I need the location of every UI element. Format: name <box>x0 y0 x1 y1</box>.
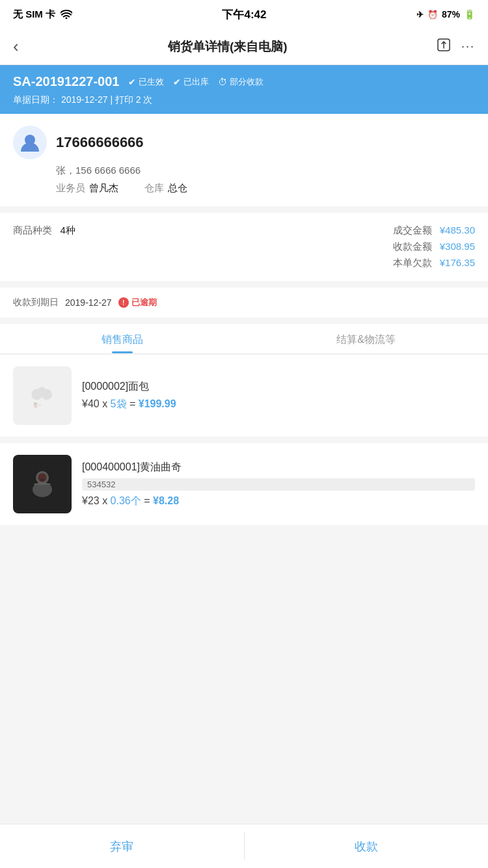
product-price-1: ¥40 <box>82 398 100 409</box>
order-id: SA-20191227-001 <box>13 74 119 89</box>
check-icon-1: ✔ <box>128 77 136 87</box>
status-bar: 无 SIM 卡 下午4:42 ✈ ⏰ 87% 🔋 <box>0 0 488 29</box>
svg-text:🦉+: 🦉+ <box>33 402 42 408</box>
status-time: 下午4:42 <box>222 7 266 22</box>
alarm-icon: ⏰ <box>427 10 438 20</box>
nav-bar: ‹ 销货单详情(来自电脑) ··· <box>0 29 488 65</box>
customer-meta: 业务员 曾凡杰 仓库 总仓 <box>56 182 475 195</box>
warehouse: 仓库 总仓 <box>144 182 187 195</box>
print-info: | 打印 2 次 <box>110 94 152 105</box>
product-total-2: ¥8.28 <box>153 495 179 506</box>
status-shipped-label: 已出库 <box>183 76 209 88</box>
tab-settlement[interactable]: 结算&物流等 <box>244 324 488 353</box>
product-name-2: [000400001]黄油曲奇 <box>82 461 475 474</box>
customer-row: 17666666666 <box>13 126 475 159</box>
transaction-amount-value: ¥485.30 <box>440 224 475 237</box>
status-partial-label: 部分收款 <box>230 76 264 88</box>
wifi-icon <box>61 10 72 19</box>
status-left: 无 SIM 卡 <box>13 8 72 21</box>
location-icon: ✈ <box>416 10 424 20</box>
tabs-section: 销售商品 结算&物流等 <box>0 324 488 355</box>
balance-row: 本单欠款 ¥176.35 <box>393 257 475 269</box>
reject-button[interactable]: 弃审 <box>0 824 244 868</box>
summary-section: 商品种类 4种 成交金额 ¥485.30 收款金额 ¥308.95 本单欠款 ¥… <box>0 213 488 281</box>
status-shipped: ✔ 已出库 <box>173 76 209 88</box>
warehouse-value: 总仓 <box>168 182 187 195</box>
banner-sub: 单据日期： 2019-12-27 | 打印 2 次 <box>13 94 475 106</box>
avatar <box>13 126 47 159</box>
sales-person: 业务员 曾凡杰 <box>56 182 118 195</box>
product-name-1: [0000002]面包 <box>82 380 475 394</box>
product-price-2: ¥23 <box>82 495 100 506</box>
customer-name: 17666666666 <box>56 134 144 151</box>
customer-sub: 张，156 6666 6666 <box>56 165 475 177</box>
bottom-bar: 弃审 收款 <box>0 824 488 868</box>
product-image-2 <box>13 455 72 513</box>
share-button[interactable] <box>437 38 451 55</box>
product-types-label: 商品种类 <box>13 224 52 236</box>
sales-value: 曾凡杰 <box>89 182 118 195</box>
reject-label: 弃审 <box>110 839 133 854</box>
due-date-label: 收款到期日 <box>13 297 59 308</box>
list-item: 🦉+ [0000002]面包 ¥40 x 5袋 = ¥199.99 <box>0 355 488 437</box>
tabs: 销售商品 结算&物流等 <box>0 324 488 354</box>
banner-top: SA-20191227-001 ✔ 已生效 ✔ 已出库 ⏱ 部分收款 <box>13 74 475 89</box>
collect-label: 收款 <box>355 839 378 854</box>
tab-sales-products[interactable]: 销售商品 <box>0 324 244 353</box>
clock-icon: ⏱ <box>218 77 227 87</box>
received-amount-value: ¥308.95 <box>440 241 475 253</box>
warehouse-label: 仓库 <box>144 182 164 195</box>
svg-point-4 <box>38 387 46 396</box>
product-total-1: ¥199.99 <box>139 398 176 409</box>
product-qty-1: 5袋 <box>111 398 127 409</box>
status-right: ✈ ⏰ 87% 🔋 <box>416 9 475 20</box>
products-list: 🦉+ [0000002]面包 ¥40 x 5袋 = ¥199.99 <box>0 355 488 525</box>
nav-actions: ··· <box>437 38 475 55</box>
date-label: 单据日期： <box>13 94 59 105</box>
header-banner: SA-20191227-001 ✔ 已生效 ✔ 已出库 ⏱ 部分收款 单据日期：… <box>0 65 488 114</box>
summary-amounts: 成交金额 ¥485.30 收款金额 ¥308.95 本单欠款 ¥176.35 <box>393 224 475 269</box>
check-icon-2: ✔ <box>173 77 181 87</box>
product-image-1: 🦉+ <box>13 366 72 425</box>
due-date-value: 2019-12-27 <box>65 297 112 308</box>
overdue-icon: ! <box>118 297 129 308</box>
overdue-label: 已逾期 <box>131 297 157 308</box>
received-amount-label: 收款金额 <box>393 241 432 253</box>
sales-label: 业务员 <box>56 182 85 195</box>
order-date: 2019-12-27 <box>61 94 108 105</box>
product-info-1: [0000002]面包 ¥40 x 5袋 = ¥199.99 <box>82 380 475 411</box>
product-price-row-1: ¥40 x 5袋 = ¥199.99 <box>82 398 475 411</box>
product-types: 商品种类 4种 <box>13 224 75 269</box>
battery-label: 87% <box>442 9 460 20</box>
balance-label: 本单欠款 <box>393 257 432 269</box>
carrier-label: 无 SIM 卡 <box>13 8 55 21</box>
battery-icon: 🔋 <box>464 9 475 20</box>
nav-title: 销货单详情(来自电脑) <box>168 38 288 55</box>
status-partial: ⏱ 部分收款 <box>218 76 264 88</box>
balance-value: ¥176.35 <box>440 257 475 269</box>
collect-button[interactable]: 收款 <box>245 824 489 868</box>
product-info-2: [000400001]黄油曲奇 534532 ¥23 x 0.36个 = ¥8.… <box>82 461 475 508</box>
transaction-amount-label: 成交金额 <box>393 224 432 237</box>
due-date-section: 收款到期日 2019-12-27 ! 已逾期 <box>0 288 488 318</box>
product-types-count: 4种 <box>61 224 75 236</box>
product-sku-2: 534532 <box>82 478 475 491</box>
product-qty-2: 0.36个 <box>111 495 141 506</box>
status-effected-label: 已生效 <box>139 76 164 88</box>
status-effected: ✔ 已生效 <box>128 76 164 88</box>
more-button[interactable]: ··· <box>461 40 475 53</box>
svg-point-10 <box>40 479 45 481</box>
received-amount-row: 收款金额 ¥308.95 <box>393 241 475 253</box>
transaction-amount-row: 成交金额 ¥485.30 <box>393 224 475 237</box>
product-price-row-2: ¥23 x 0.36个 = ¥8.28 <box>82 495 475 508</box>
customer-section: 17666666666 张，156 6666 6666 业务员 曾凡杰 仓库 总… <box>0 114 488 206</box>
overdue-badge: ! 已逾期 <box>118 297 157 308</box>
list-item: [000400001]黄油曲奇 534532 ¥23 x 0.36个 = ¥8.… <box>0 443 488 525</box>
back-button[interactable]: ‹ <box>13 36 19 57</box>
